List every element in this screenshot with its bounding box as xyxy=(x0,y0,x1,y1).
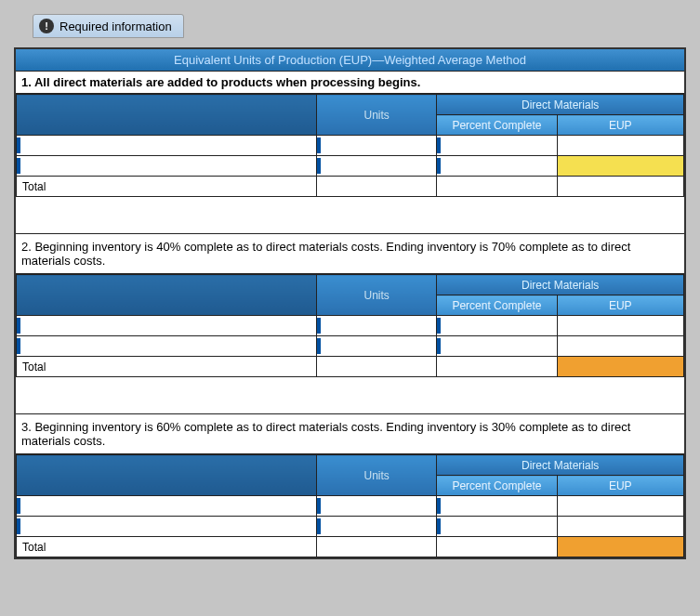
input-cell[interactable] xyxy=(317,496,437,517)
input-cell[interactable] xyxy=(557,177,683,197)
section-spacer xyxy=(16,377,684,414)
input-cell[interactable] xyxy=(17,136,317,156)
input-cell[interactable] xyxy=(557,336,683,357)
input-cell[interactable] xyxy=(17,496,317,517)
section-3-instruction: 3. Beginning inventory is 60% complete a… xyxy=(16,414,684,454)
alert-icon: ! xyxy=(39,19,54,33)
section-1-table: Units Direct Materials Percent Complete … xyxy=(16,94,684,197)
input-cell[interactable] xyxy=(17,156,317,177)
input-cell[interactable] xyxy=(317,156,437,177)
direct-materials-header: Direct Materials xyxy=(437,95,684,115)
total-label: Total xyxy=(17,357,317,377)
percent-complete-header: Percent Complete xyxy=(437,295,557,316)
total-label: Total xyxy=(17,537,317,557)
eup-header: EUP xyxy=(557,115,683,136)
tab-label: Required information xyxy=(59,20,172,33)
units-header: Units xyxy=(317,275,437,316)
tab-required-info[interactable]: ! Required information xyxy=(33,14,184,38)
input-cell[interactable] xyxy=(437,336,557,357)
input-cell[interactable] xyxy=(437,156,557,177)
input-cell[interactable] xyxy=(437,136,557,156)
input-cell[interactable] xyxy=(317,316,437,336)
worksheet-container: Equivalent Units of Production (EUP)—Wei… xyxy=(14,47,686,559)
input-cell[interactable] xyxy=(557,517,683,537)
units-header: Units xyxy=(317,455,437,496)
input-cell[interactable] xyxy=(557,496,683,517)
percent-complete-header: Percent Complete xyxy=(437,115,557,136)
section-1-instruction: 1. All direct materials are added to pro… xyxy=(16,72,684,94)
eup-header: EUP xyxy=(557,476,683,496)
section-2-instruction: 2. Beginning inventory is 40% complete a… xyxy=(16,234,684,274)
section-spacer xyxy=(16,197,684,234)
total-label: Total xyxy=(17,177,317,197)
highlighted-cell[interactable] xyxy=(557,537,683,557)
blank-header xyxy=(17,95,317,136)
blank-header xyxy=(17,275,317,316)
input-cell[interactable] xyxy=(437,357,557,377)
percent-complete-header: Percent Complete xyxy=(437,476,557,496)
units-header: Units xyxy=(317,95,437,136)
worksheet-title: Equivalent Units of Production (EUP)—Wei… xyxy=(16,49,684,72)
input-cell[interactable] xyxy=(437,537,557,557)
input-cell[interactable] xyxy=(557,136,683,156)
input-cell[interactable] xyxy=(437,177,557,197)
input-cell[interactable] xyxy=(17,517,317,537)
input-cell[interactable] xyxy=(317,177,437,197)
section-2-table: Units Direct Materials Percent Complete … xyxy=(16,274,684,377)
direct-materials-header: Direct Materials xyxy=(437,275,684,295)
input-cell[interactable] xyxy=(437,496,557,517)
input-cell[interactable] xyxy=(317,357,437,377)
blank-header xyxy=(17,455,317,496)
input-cell[interactable] xyxy=(17,336,317,357)
direct-materials-header: Direct Materials xyxy=(437,455,684,476)
input-cell[interactable] xyxy=(17,316,317,336)
input-cell[interactable] xyxy=(557,316,683,336)
input-cell[interactable] xyxy=(317,336,437,357)
input-cell[interactable] xyxy=(317,136,437,156)
section-3-table: Units Direct Materials Percent Complete … xyxy=(16,454,684,557)
input-cell[interactable] xyxy=(437,316,557,336)
eup-header: EUP xyxy=(557,295,683,316)
input-cell[interactable] xyxy=(317,517,437,537)
highlighted-cell[interactable] xyxy=(557,357,683,377)
input-cell[interactable] xyxy=(437,517,557,537)
input-cell[interactable] xyxy=(317,537,437,557)
highlighted-cell[interactable] xyxy=(557,156,683,177)
